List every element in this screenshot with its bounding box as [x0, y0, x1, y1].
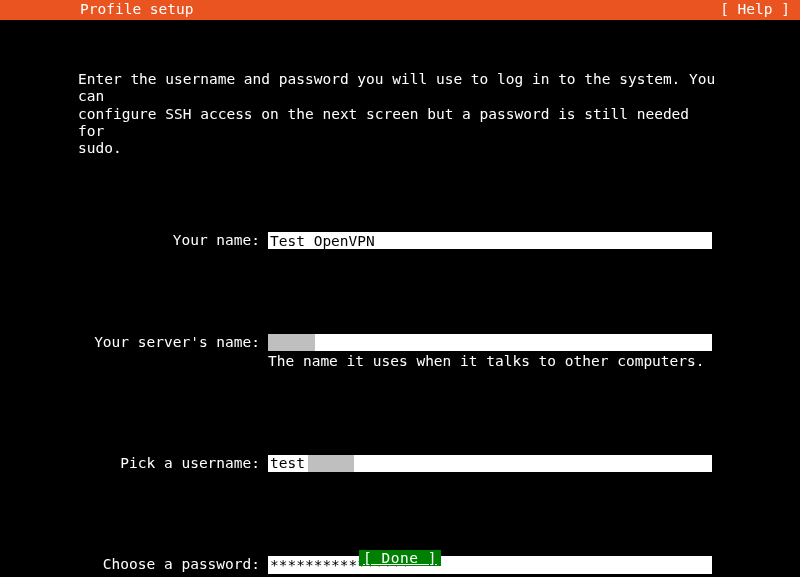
input-username[interactable] [268, 455, 308, 473]
help-button[interactable]: [ Help ] [720, 1, 790, 18]
done-button[interactable]: [ Done ] [359, 550, 441, 566]
row-server-name: Your server's name: The name it uses whe… [78, 334, 722, 371]
label-your-name: Your name: [78, 232, 268, 249]
input-server-name[interactable] [268, 334, 315, 352]
instructions-text: Enter the username and password you will… [78, 71, 722, 158]
input-username-wrap[interactable] [268, 455, 722, 473]
input-username-tail[interactable] [354, 455, 712, 473]
input-your-name[interactable] [268, 232, 712, 250]
label-username: Pick a username: [78, 455, 268, 472]
screen-title: Profile setup [10, 1, 194, 18]
label-server-name: Your server's name: [78, 334, 268, 351]
row-username: Pick a username: [78, 455, 722, 473]
hint-server-name: The name it uses when it talks to other … [268, 353, 722, 370]
input-username-cursor [308, 455, 354, 473]
header-bar: Profile setup [ Help ] [0, 0, 800, 20]
footer: [ Done ] [0, 550, 800, 567]
content-area: Enter the username and password you will… [0, 20, 800, 577]
input-server-name-tail[interactable] [315, 334, 712, 352]
row-your-name: Your name: [78, 232, 722, 250]
